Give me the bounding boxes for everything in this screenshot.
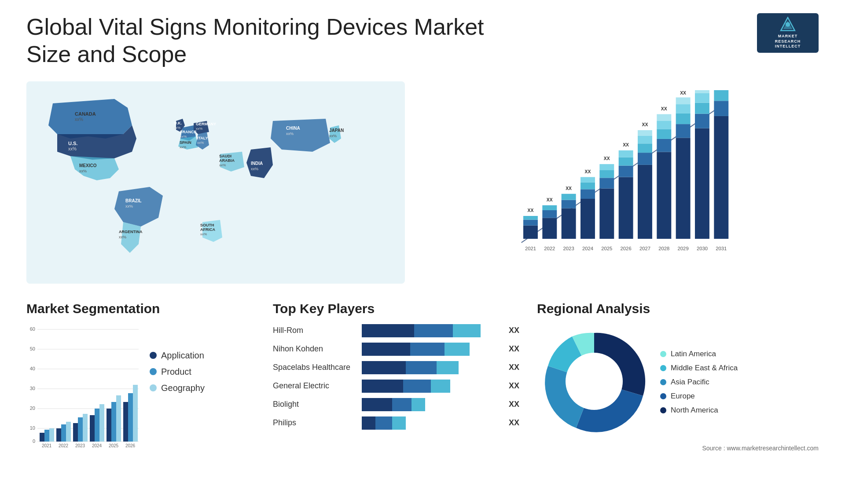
svg-rect-126 — [73, 423, 78, 442]
svg-rect-93 — [695, 114, 709, 128]
svg-text:INDIA: INDIA — [251, 161, 263, 166]
svg-text:ARGENTINA: ARGENTINA — [119, 230, 143, 234]
svg-text:MEXICO: MEXICO — [79, 163, 97, 168]
svg-text:xx%: xx% — [119, 235, 126, 239]
svg-text:xx%: xx% — [196, 127, 202, 131]
player-bar — [362, 380, 500, 393]
svg-rect-130 — [95, 409, 99, 442]
player-row: General Electric XX — [273, 380, 519, 393]
segmentation-title: Market Segmentation — [26, 301, 255, 316]
player-value: XX — [509, 344, 519, 354]
svg-text:xx%: xx% — [251, 167, 258, 171]
svg-point-144 — [566, 353, 623, 410]
svg-text:2025: 2025 — [601, 246, 612, 251]
map-container: CANADA xx% U.S. xx% MEXICO xx% BRAZIL xx… — [26, 81, 405, 284]
player-name: Spacelabs Healthcare — [273, 363, 356, 372]
bar-seg3 — [392, 416, 406, 430]
svg-text:2028: 2028 — [658, 246, 669, 251]
svg-rect-96 — [695, 90, 709, 93]
legend-geography: Geography — [150, 383, 205, 393]
svg-text:XX: XX — [680, 91, 686, 95]
svg-text:2021: 2021 — [42, 443, 52, 448]
bar-seg1 — [362, 398, 392, 411]
logo-icon — [779, 17, 797, 32]
svg-text:60: 60 — [30, 326, 35, 332]
svg-rect-92 — [695, 128, 709, 238]
svg-text:50: 50 — [30, 346, 35, 351]
north-america-dot — [660, 407, 666, 413]
bar-seg2 — [410, 343, 445, 356]
svg-text:XX: XX — [642, 122, 648, 127]
svg-text:CHINA: CHINA — [286, 126, 300, 131]
north-america-label: North America — [671, 406, 718, 415]
svg-rect-123 — [56, 428, 61, 442]
segmentation-chart-area: 60 50 40 30 20 10 0 — [26, 324, 255, 453]
svg-rect-121 — [44, 430, 49, 442]
svg-text:xx%: xx% — [219, 163, 226, 167]
svg-text:2023: 2023 — [75, 443, 85, 448]
svg-text:2026: 2026 — [125, 443, 136, 448]
svg-text:20: 20 — [30, 405, 35, 411]
svg-rect-66 — [619, 165, 633, 177]
svg-text:2026: 2026 — [621, 246, 632, 251]
svg-rect-100 — [714, 101, 728, 116]
svg-rect-86 — [676, 124, 691, 138]
svg-text:2024: 2024 — [92, 443, 102, 448]
svg-rect-75 — [638, 130, 652, 136]
application-label: Application — [161, 351, 204, 361]
player-name: Philips — [273, 418, 356, 427]
header: Global Vital Signs Monitoring Devices Ma… — [26, 13, 819, 68]
svg-text:xx%: xx% — [329, 134, 337, 138]
svg-rect-61 — [599, 170, 614, 178]
bar-seg2 — [375, 416, 392, 430]
logo-area: MARKET RESEARCH INTELLECT — [757, 13, 819, 53]
svg-text:ITALY: ITALY — [197, 136, 208, 140]
application-dot — [150, 352, 157, 359]
svg-rect-59 — [599, 188, 614, 238]
svg-rect-72 — [638, 153, 652, 165]
bar-seg3 — [437, 361, 459, 374]
svg-text:xx%: xx% — [286, 131, 294, 136]
svg-text:2022: 2022 — [59, 443, 69, 448]
svg-rect-56 — [580, 177, 595, 182]
bar-seg3 — [453, 324, 481, 337]
player-row: Nihon Kohden XX — [273, 343, 519, 356]
svg-text:2023: 2023 — [563, 246, 574, 251]
svg-text:XX: XX — [585, 169, 591, 174]
player-name: General Electric — [273, 381, 356, 391]
svg-text:ARABIA: ARABIA — [219, 158, 235, 163]
svg-rect-60 — [599, 178, 614, 188]
page-container: Global Vital Signs Monitoring Devices Ma… — [0, 0, 845, 504]
legend-north-america: North America — [660, 406, 738, 415]
key-players-title: Top Key Players — [273, 301, 519, 316]
svg-rect-40 — [523, 216, 538, 220]
key-players-section: Top Key Players Hill-Rom XX Nihon Kohden — [273, 301, 519, 468]
svg-rect-99 — [714, 116, 728, 239]
asia-pacific-dot — [660, 379, 666, 385]
svg-rect-74 — [638, 136, 652, 143]
segmentation-legend: Application Product Geography — [150, 324, 205, 393]
svg-rect-124 — [61, 424, 66, 442]
regional-title: Regional Analysis — [537, 301, 819, 316]
svg-rect-49 — [562, 200, 576, 208]
svg-text:XX: XX — [604, 156, 610, 161]
svg-rect-39 — [523, 219, 538, 225]
svg-text:2027: 2027 — [639, 246, 650, 251]
legend-europe: Europe — [660, 392, 738, 401]
svg-rect-94 — [695, 102, 709, 113]
player-bar — [362, 416, 500, 430]
svg-text:xx%: xx% — [180, 135, 187, 139]
svg-text:xx%: xx% — [180, 145, 186, 149]
svg-rect-71 — [638, 165, 652, 239]
svg-text:XX: XX — [547, 197, 553, 202]
svg-rect-95 — [695, 93, 709, 103]
top-section: CANADA xx% U.S. xx% MEXICO xx% BRAZIL xx… — [26, 81, 819, 284]
players-list: Hill-Rom XX Nihon Kohden XX — [273, 324, 519, 430]
svg-text:30: 30 — [30, 386, 35, 391]
legend-asia-pacific: Asia Pacific — [660, 378, 738, 387]
svg-rect-55 — [580, 183, 595, 190]
bar-seg3 — [411, 398, 425, 411]
svg-rect-132 — [107, 409, 111, 442]
svg-rect-120 — [40, 433, 44, 442]
player-bar — [362, 343, 500, 356]
